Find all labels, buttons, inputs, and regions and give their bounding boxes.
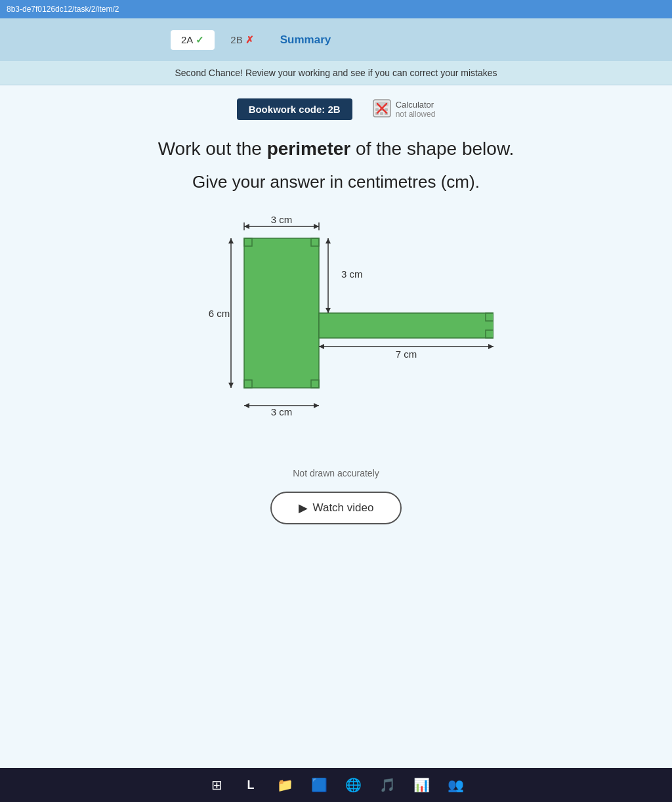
svg-marker-23 xyxy=(314,224,319,229)
svg-rect-2 xyxy=(375,108,379,111)
tab-2a[interactable]: 2A ✓ xyxy=(171,30,215,50)
svg-text:6 cm: 6 cm xyxy=(209,308,230,319)
tab-2a-label: 2A xyxy=(181,34,193,45)
svg-marker-33 xyxy=(244,403,249,408)
svg-marker-30 xyxy=(326,308,331,313)
svg-rect-6 xyxy=(380,112,383,115)
second-chance-bar: Second Chance! Review your working and s… xyxy=(0,61,672,85)
calculator-info: Calculator not allowed xyxy=(372,98,436,120)
svg-text:3 cm: 3 cm xyxy=(271,406,293,417)
tab-2b[interactable]: 2B ✗ xyxy=(220,30,264,50)
bookwork-code: Bookwork code: 2B xyxy=(237,98,352,120)
second-chance-text: Second Chance! Review your working and s… xyxy=(175,68,497,78)
tab-2b-cross: ✗ xyxy=(245,34,254,46)
svg-rect-11 xyxy=(319,313,494,338)
svg-text:3 cm: 3 cm xyxy=(271,214,293,225)
svg-marker-26 xyxy=(228,383,234,388)
taskbar-office[interactable]: 📊 xyxy=(411,774,432,795)
not-drawn-label: Not drawn accurately xyxy=(26,468,646,478)
taskbar-teams[interactable]: 👥 xyxy=(445,774,466,795)
svg-marker-25 xyxy=(228,238,234,243)
question-bold: perimeter xyxy=(267,138,351,159)
taskbar-spotify[interactable]: 🎵 xyxy=(377,774,398,795)
play-icon: ▶ xyxy=(299,501,308,515)
taskbar-l[interactable]: L xyxy=(240,774,261,795)
calculator-label: Calculator xyxy=(396,100,436,110)
svg-marker-38 xyxy=(488,344,494,349)
svg-marker-34 xyxy=(314,403,319,408)
shape-container: 3 cm 6 cm 3 cm xyxy=(26,212,646,461)
shape-diagram: 3 cm 6 cm 3 cm xyxy=(178,212,494,461)
svg-marker-22 xyxy=(244,224,249,229)
question-line2: Give your answer in centimetres (cm). xyxy=(26,172,646,192)
taskbar-app1[interactable]: 🟦 xyxy=(308,774,329,795)
svg-text:7 cm: 7 cm xyxy=(396,348,417,360)
tab-2a-check: ✓ xyxy=(196,34,204,46)
tab-2b-label: 2B xyxy=(230,34,242,45)
taskbar-chrome[interactable]: 🌐 xyxy=(343,774,364,795)
taskbar-files[interactable]: 📁 xyxy=(274,774,295,795)
url-bar: 8b3-de7f0126dc12/task/2/item/2 xyxy=(0,0,672,18)
svg-rect-10 xyxy=(244,238,319,388)
bookwork-row: Bookwork code: 2B Calculator xyxy=(26,98,646,120)
watch-video-button[interactable]: ▶ Watch video xyxy=(270,492,402,524)
tab-summary-label: Summary xyxy=(280,33,331,47)
question-text-post: of the shape below. xyxy=(350,138,514,159)
question-text-pre: Work out the xyxy=(158,138,267,159)
svg-marker-29 xyxy=(326,238,331,243)
calculator-text: Calculator not allowed xyxy=(396,100,436,119)
calculator-sublabel: not allowed xyxy=(396,110,436,119)
question-line1: Work out the perimeter of the shape belo… xyxy=(26,136,646,161)
tabs-bar: 2A ✓ 2B ✗ Summary xyxy=(0,18,672,61)
svg-marker-37 xyxy=(319,344,324,349)
watch-video-label: Watch video xyxy=(313,501,374,515)
svg-text:3 cm: 3 cm xyxy=(341,268,363,280)
taskbar: ⊞ L 📁 🟦 🌐 🎵 📊 👥 xyxy=(0,768,672,802)
taskbar-start[interactable]: ⊞ xyxy=(206,774,227,795)
tab-summary[interactable]: Summary xyxy=(270,30,341,51)
content-area: Bookwork code: 2B Calculator xyxy=(0,85,672,802)
calculator-icon xyxy=(372,98,392,120)
url-text: 8b3-de7f0126dc12/task/2/item/2 xyxy=(7,5,119,14)
